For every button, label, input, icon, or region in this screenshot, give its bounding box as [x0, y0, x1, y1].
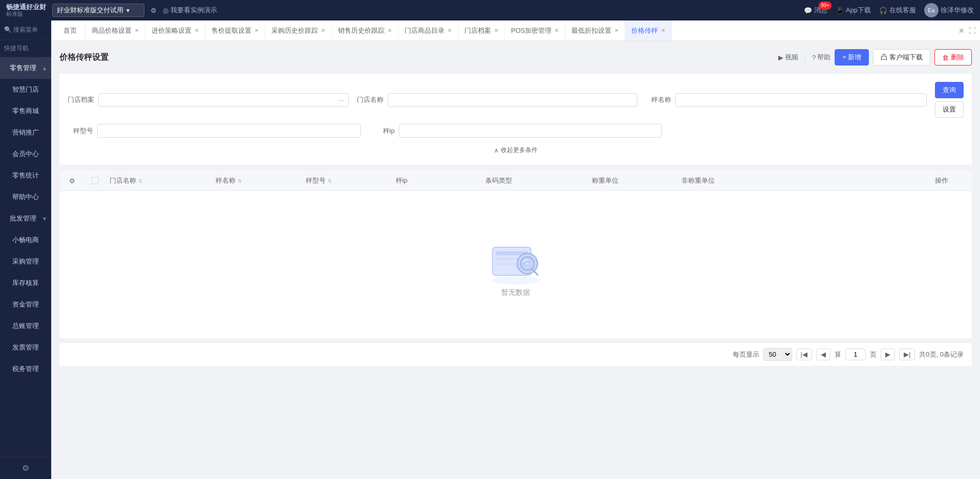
app-logo: 畅捷通好业财 标准版 [6, 3, 46, 18]
tab-home[interactable]: 首页 [55, 20, 86, 41]
tab-close-icon[interactable]: ✕ [448, 28, 452, 33]
tab-store-archive[interactable]: 门店档案 ✕ [458, 20, 505, 41]
next-page-button[interactable]: ▶ [881, 349, 895, 360]
sidebar-item-tax[interactable]: 税务管理 [0, 358, 51, 380]
sidebar-item-finance[interactable]: 资金管理 [0, 294, 51, 315]
sidebar-quick-nav[interactable]: 快捷导航 [0, 40, 51, 57]
help-link[interactable]: ? 帮助 [812, 53, 830, 62]
chevron-down-icon: ▼ [42, 216, 47, 222]
sidebar-item-purchase[interactable]: 采购管理 [0, 251, 51, 272]
tab-sale-history[interactable]: 销售历史价跟踪 ✕ [332, 20, 398, 41]
user-menu[interactable]: Ea 徐泽华修改 [924, 3, 974, 17]
download-button[interactable]: 凸 客户端下载 [873, 49, 930, 66]
table-header-scale-ip[interactable]: 秤ip [392, 171, 482, 190]
form-item-scale-name: 秤名称 [646, 93, 927, 107]
tab-close-button[interactable]: ✕ [958, 27, 965, 35]
online-service-button[interactable]: 🎧 在线客服 [879, 6, 916, 15]
total-info: 共0页, 0条记录 [919, 350, 964, 359]
sidebar-item-general-ledger[interactable]: 总账管理 [0, 315, 51, 337]
sidebar-item-ecommerce[interactable]: 小畅电商 [0, 229, 51, 251]
sort-icon: ⇅ [328, 178, 332, 184]
tab-close-icon[interactable]: ✕ [254, 28, 259, 33]
sidebar-item-invoice[interactable]: 发票管理 [0, 337, 51, 358]
sidebar-item-marketing[interactable]: 营销推广 [0, 122, 51, 143]
add-button[interactable]: + 新增 [835, 49, 869, 66]
table-header-settings[interactable]: ⚙ [59, 171, 85, 190]
tab-maximize-button[interactable]: ⛶ [969, 27, 976, 35]
demo-link[interactable]: ◎ 我要看实例演示 [163, 6, 217, 15]
sidebar-item-retail-management[interactable]: 零售管理 ▲ [0, 57, 51, 79]
page-unit: 页 [870, 350, 877, 359]
form-row-2: 秤型号 秤ip [68, 124, 964, 138]
page-number-input[interactable] [845, 349, 866, 360]
tab-close-icon[interactable]: ✕ [661, 28, 665, 33]
table-header-non-weight-unit: 非称重单位 [677, 171, 931, 190]
message-badge: 99+ [819, 2, 832, 10]
page-header: 价格传秤设置 ▶ 视频 | ? 帮助 + 新增 [59, 49, 972, 66]
per-page-select[interactable]: 10 20 50 100 [763, 348, 792, 361]
tab-close-icon[interactable]: ✕ [321, 28, 325, 33]
store-name-input[interactable] [388, 93, 638, 107]
store-archive-input[interactable] [99, 94, 334, 106]
sidebar-item-retail-statistics[interactable]: 零售统计 [0, 165, 51, 186]
settings-icon[interactable]: ⚙ [148, 5, 159, 16]
sidebar-item-member-center[interactable]: 会员中心 [0, 143, 51, 165]
tab-purchase-strategy[interactable]: 进价策略设置 ✕ [145, 20, 205, 41]
table-header-checkbox[interactable] [85, 171, 105, 190]
tab-purchase-history[interactable]: 采购历史价跟踪 ✕ [265, 20, 332, 41]
sidebar-bottom: ⚙ [0, 456, 51, 479]
delete-button[interactable]: 🗑 删除 [934, 49, 972, 66]
table-header-scale-name[interactable]: 秤名称 ⇅ [211, 171, 302, 190]
form-item-store-archive: 门店档案 ··· [68, 93, 349, 107]
tab-product-price[interactable]: 商品价格设置 ✕ [86, 20, 145, 41]
sidebar: 🔍 搜索菜单 快捷导航 零售管理 ▲ 智慧门店 零售商城 营销推广 会员中心 [0, 20, 51, 479]
prev-page-button[interactable]: ◀ [816, 349, 830, 360]
play-icon: ▶ [778, 54, 783, 61]
settings-form-button[interactable]: 设置 [935, 101, 964, 118]
table-header-scale-model[interactable]: 秤型号 ⇅ [302, 171, 392, 190]
tab-close-icon[interactable]: ✕ [195, 28, 199, 33]
tab-close-icon[interactable]: ✕ [555, 28, 559, 33]
pagination-bar: 每页显示 10 20 50 100 |◀ ◀ 算 页 ▶ ▶| 共0页, 0条记… [59, 342, 972, 366]
settings-icon: ⚙ [69, 177, 75, 185]
tab-min-discount[interactable]: 最低折扣设置 ✕ [565, 20, 625, 41]
scale-name-input[interactable] [675, 93, 927, 107]
scale-model-label: 秤型号 [68, 126, 93, 136]
sidebar-item-help-center[interactable]: 帮助中心 [0, 186, 51, 208]
collapse-bar[interactable]: ∧ 收起更多条件 [68, 144, 964, 157]
tab-close-icon[interactable]: ✕ [388, 28, 392, 33]
sidebar-item-retail-mall[interactable]: 零售商城 [0, 100, 51, 122]
search-icon: 🔍 [4, 26, 12, 33]
page-title: 价格传秤设置 [59, 52, 109, 63]
avatar: Ea [924, 3, 939, 17]
last-page-button[interactable]: ▶| [899, 349, 915, 360]
store-name-label: 门店名称 [357, 95, 384, 104]
tab-price-scale[interactable]: 价格传秤 ✕ [625, 20, 672, 41]
select-all-checkbox[interactable] [92, 177, 99, 184]
video-link[interactable]: ▶ 视频 [778, 53, 798, 62]
tab-sale-price[interactable]: 售价提取设置 ✕ [205, 20, 265, 41]
query-button[interactable]: 查询 [935, 82, 964, 98]
sidebar-item-wholesale[interactable]: 批发管理 ▼ [0, 208, 51, 229]
tab-bar: 首页 商品价格设置 ✕ 进价策略设置 ✕ 售价提取设置 ✕ 采购历史价跟踪 ✕ [51, 20, 980, 41]
first-page-button[interactable]: |◀ [796, 349, 812, 360]
sidebar-search[interactable]: 🔍 搜索菜单 [0, 20, 51, 40]
ellipsis-icon[interactable]: ··· [334, 94, 348, 106]
tab-close-icon[interactable]: ✕ [494, 28, 498, 33]
phone-icon: 📱 [836, 7, 844, 14]
sort-icon: ⇅ [238, 178, 242, 184]
tab-close-icon[interactable]: ✕ [614, 28, 619, 33]
tab-pos-management[interactable]: POS加密管理 ✕ [505, 20, 565, 41]
app-download-button[interactable]: 📱 App下载 [836, 6, 871, 15]
trash-icon: 🗑 [942, 54, 949, 61]
sidebar-item-smart-store[interactable]: 智慧门店 [0, 79, 51, 100]
message-button[interactable]: 💬 消息 99+ [804, 6, 827, 15]
tab-store-catalog[interactable]: 门店商品目录 ✕ [398, 20, 458, 41]
sidebar-item-inventory[interactable]: 库存核算 [0, 272, 51, 294]
gear-icon[interactable]: ⚙ [22, 464, 29, 472]
tab-close-icon[interactable]: ✕ [135, 28, 139, 33]
scale-ip-input[interactable] [399, 124, 663, 138]
table-header-store-name[interactable]: 门店名称 ⇅ [105, 171, 211, 190]
version-selector[interactable]: 好业财标准版交付试用 ▼ [52, 4, 144, 17]
scale-model-input[interactable] [97, 124, 361, 138]
